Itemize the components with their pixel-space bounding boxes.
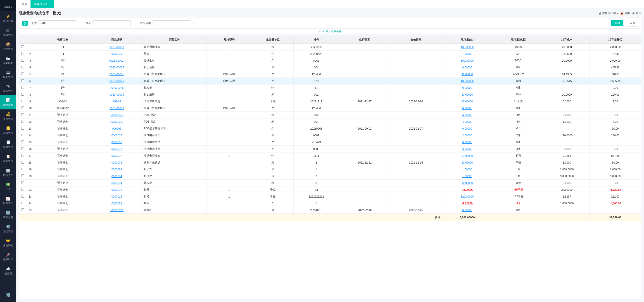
tab-home[interactable]: 首页 xyxy=(18,0,30,8)
tab-close-icon[interactable]: ✕ xyxy=(48,3,51,6)
row-checkbox[interactable] xyxy=(19,132,26,139)
row-qty-main[interactable]: 10.00000 xyxy=(442,91,493,98)
sidebar-item-经营管理[interactable]: 📈经营管理 xyxy=(0,194,16,208)
row-checkbox[interactable] xyxy=(19,112,26,118)
sidebar-item-工资[interactable]: 💵工资 xyxy=(0,180,16,194)
set-button[interactable]: 设置 xyxy=(627,20,638,27)
row-qty-main[interactable]: 0.00000 xyxy=(442,105,493,112)
row-checkbox[interactable] xyxy=(19,146,26,153)
row-checkbox[interactable] xyxy=(19,118,26,125)
row-checkbox[interactable] xyxy=(19,91,26,98)
sidebar-item-总账管理[interactable]: 📒总账管理 xyxy=(0,123,16,137)
row-qty-main[interactable]: -1.00000 xyxy=(442,200,493,207)
row-amount: 100.00 xyxy=(590,91,641,98)
search-button[interactable]: 查询 xyxy=(611,20,624,26)
export-button[interactable]: 📤 导出 xyxy=(620,11,630,15)
sidebar-item-采购管理[interactable]: 🛍采购管理 xyxy=(0,82,16,95)
sidebar-item-发票管理[interactable]: 🧾发票管理 xyxy=(0,137,16,152)
sidebar-item-小鹅电商[interactable]: 🦢小鹅电商 xyxy=(0,54,16,68)
row-code: 000900001 xyxy=(91,112,142,118)
category-input[interactable] xyxy=(152,20,190,26)
row-qty-main[interactable]: 100.00000 xyxy=(442,44,493,51)
row-qty-main[interactable]: 1.00000 xyxy=(442,51,493,57)
row-checkbox[interactable] xyxy=(19,51,26,57)
display-button[interactable]: 👁 显示 xyxy=(632,11,641,15)
footer-empty2 xyxy=(26,214,34,221)
row-name: 批次框 xyxy=(142,84,206,91)
row-qty-main[interactable]: 100.00000 xyxy=(442,57,493,64)
row-checkbox[interactable] xyxy=(19,159,26,166)
row-checkbox[interactable] xyxy=(19,57,26,64)
tab-inventory-batch[interactable]: 库存批次▾ ✕ xyxy=(30,0,54,8)
sidebar-item-批发管理[interactable]: 📦批发管理 xyxy=(0,39,16,54)
sidebar-item-税务管理[interactable]: 📋税务管理 xyxy=(0,152,16,166)
row-qty-main[interactable]: 0.00000 xyxy=(442,84,493,91)
row-checkbox[interactable] xyxy=(19,78,26,84)
sidebar-item-固定资产[interactable]: 🏢固定资产 xyxy=(0,166,16,180)
col-qty-main: 现存量(主) xyxy=(442,36,493,44)
row-qty-main[interactable]: 100.00000 xyxy=(442,78,493,84)
sidebar-icon: 💵 xyxy=(6,182,10,187)
row-checkbox[interactable] xyxy=(19,166,26,173)
row-qty-main[interactable]: 1.00000 xyxy=(442,173,493,180)
row-checkbox[interactable] xyxy=(19,105,26,112)
category-dropdown-icon: ▾ xyxy=(192,22,193,25)
row-checkbox[interactable] xyxy=(19,180,26,187)
settings-icon[interactable]: ⚙️ xyxy=(4,291,12,299)
row-exp-date xyxy=(390,84,442,91)
sidebar-item-资金管理[interactable]: 💰资金管理 xyxy=(0,109,16,123)
row-qty-main[interactable]: 4.00000 xyxy=(442,112,493,118)
row-checkbox[interactable] xyxy=(19,71,26,78)
row-qty-main[interactable]: 0.00000 xyxy=(442,64,493,71)
row-qty-main[interactable]: 0.00000 xyxy=(442,125,493,132)
row-qty-main[interactable]: -16.00000 xyxy=(442,187,493,193)
expand-conditions-bar[interactable]: ▼ ▼ 展开更多条件 xyxy=(19,29,641,35)
row-batch: 2 xyxy=(294,173,339,180)
row-amount: -1,000.00 xyxy=(590,200,641,207)
sidebar-item-企业协同[interactable]: 🤝企业协同 xyxy=(0,236,16,250)
row-warehouse: 11 xyxy=(34,51,91,57)
sidebar-item-电商管理[interactable]: 💻电商管理 xyxy=(0,68,16,82)
warehouse-input[interactable] xyxy=(38,20,76,26)
row-prod-date xyxy=(339,118,390,125)
row-checkbox[interactable] xyxy=(19,207,26,214)
collapse-button[interactable]: ❯ xyxy=(22,21,28,26)
row-checkbox[interactable] xyxy=(19,98,26,105)
sidebar-item-基础信息[interactable]: ℹ️基础信息 xyxy=(0,208,16,222)
sidebar-item-系统管理[interactable]: ⚙️系统管理 xyxy=(0,222,16,236)
table-row: 12 晋睿铭仓 000900001 POS 批次 米 001 4.00000 4… xyxy=(19,118,641,125)
row-qty-main[interactable]: 0.00000 xyxy=(442,207,493,214)
row-qty-main[interactable]: 0.00000 xyxy=(442,139,493,146)
product-input[interactable] xyxy=(92,20,130,26)
row-qty-main[interactable]: 1.00000 xyxy=(442,166,493,173)
row-checkbox[interactable] xyxy=(19,84,26,91)
row-qty-main[interactable]: 10.00000 xyxy=(442,180,493,187)
row-code: 0023-00008 xyxy=(91,105,142,112)
row-qty-main[interactable]: 10.00000 xyxy=(442,159,493,166)
sidebar-item-云应用[interactable]: ☁️云应用 xyxy=(0,264,16,278)
row-exp-date xyxy=(390,112,442,118)
row-checkbox[interactable] xyxy=(19,64,26,71)
print-button[interactable]: 🖨 按模板打印 ▾ xyxy=(598,11,618,15)
sidebar-item-库存核算[interactable]: 📊库存核算 xyxy=(0,95,16,109)
sidebar-search[interactable]: ☰ 搜索菜单 xyxy=(0,0,16,11)
row-checkbox[interactable] xyxy=(19,173,26,180)
row-qty-main[interactable]: 2.00000 xyxy=(442,132,493,139)
row-checkbox[interactable] xyxy=(19,139,26,146)
row-qty-main[interactable]: 10.00000 xyxy=(442,98,493,105)
sidebar-item-零售管理[interactable]: 🛒零售管理 xyxy=(0,25,16,39)
row-batch: 123456 xyxy=(294,71,339,78)
sidebar-item-新手引导[interactable]: 🚀新手引导 xyxy=(0,250,16,264)
row-qty-main[interactable]: 122.00000 xyxy=(442,193,493,200)
row-qty-main[interactable]: 4.00000 xyxy=(442,118,493,125)
row-checkbox[interactable] xyxy=(19,125,26,132)
row-qty-main[interactable]: 87.00000 xyxy=(442,153,493,159)
row-checkbox[interactable] xyxy=(19,193,26,200)
sidebar-item-quick-nav[interactable]: ⚡ 快捷导航 xyxy=(0,11,16,25)
row-qty-main[interactable]: 3.00000 xyxy=(442,146,493,153)
row-checkbox[interactable] xyxy=(19,153,26,159)
row-checkbox[interactable] xyxy=(19,200,26,207)
row-checkbox[interactable] xyxy=(19,44,26,51)
row-checkbox[interactable] xyxy=(19,187,26,193)
row-qty-main[interactable]: 49.60000 xyxy=(442,71,493,78)
